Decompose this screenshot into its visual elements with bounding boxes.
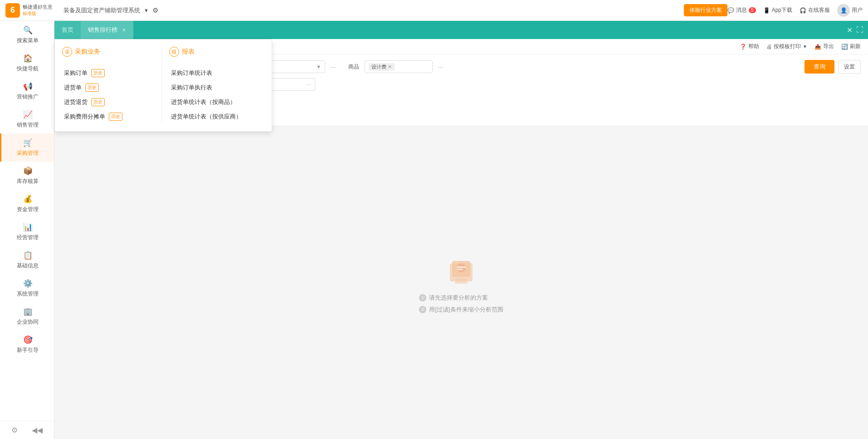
online-service-label: 在线客服 bbox=[808, 6, 830, 14]
search-icon: 🔍 bbox=[23, 25, 33, 35]
goods-label: 商品 bbox=[348, 63, 359, 71]
svg-marker-5 bbox=[454, 278, 468, 284]
logo-icon: 6 bbox=[5, 3, 20, 18]
sidebar-item-guide[interactable]: 🎯 新手引导 bbox=[0, 330, 54, 359]
tab-bar: 首页 销售排行榜 ✕ ✕ ⛶ bbox=[54, 21, 868, 39]
sidebar-item-system[interactable]: ⚙️ 系统管理 bbox=[0, 274, 54, 302]
headset-icon: 🎧 bbox=[800, 7, 806, 14]
inventory-icon: 📦 bbox=[23, 166, 33, 176]
purchase-section-title: 采 采购业务 bbox=[62, 47, 158, 60]
help-button[interactable]: ❓ 帮助 bbox=[740, 43, 759, 50]
tab-home[interactable]: 首页 bbox=[54, 21, 81, 39]
sidebar-label-basic-info: 基础信息 bbox=[17, 262, 39, 270]
goods-tag-remove-icon[interactable]: ✕ bbox=[388, 64, 392, 70]
app-download-item[interactable]: 📱 App下载 bbox=[763, 6, 792, 14]
menu-item-return[interactable]: 进货退货 历史 bbox=[62, 95, 158, 109]
sidebar-label-enterprise: 企业协同 bbox=[17, 318, 39, 326]
history-badge-4: 历史 bbox=[109, 113, 122, 121]
action-buttons: 查询 设置 bbox=[805, 60, 861, 74]
avatar: 👤 bbox=[837, 4, 850, 17]
sidebar-label-search: 搜索菜单 bbox=[17, 37, 39, 44]
sidebar-item-finance[interactable]: 💰 资金管理 bbox=[0, 190, 54, 218]
help-icon: ❓ bbox=[740, 44, 746, 50]
tab-close-window-icon[interactable]: ✕ bbox=[847, 26, 853, 35]
tab-close-icon[interactable]: ✕ bbox=[122, 27, 126, 33]
menu-item-order-exec[interactable]: 采购订单执行表 bbox=[169, 80, 265, 95]
tab-sales-rank-label: 销售排行榜 bbox=[88, 26, 117, 34]
menu-item-incoming-stats-goods[interactable]: 进货单统计表（按商品） bbox=[169, 95, 265, 109]
export-button[interactable]: 📤 导出 bbox=[814, 43, 834, 50]
return-label: 进货退货 bbox=[64, 98, 88, 106]
tab-maximize-icon[interactable]: ⛶ bbox=[856, 26, 863, 34]
sidebar-label-sales: 销售管理 bbox=[17, 121, 39, 129]
goods-tag[interactable]: 设计费 ✕ bbox=[369, 63, 395, 71]
export-label: 导出 bbox=[823, 43, 834, 50]
system-icon: ⚙️ bbox=[23, 279, 33, 288]
sidebar-item-sales[interactable]: 📈 销售管理 bbox=[0, 105, 54, 133]
refresh-button[interactable]: 🔄 刷新 bbox=[841, 43, 861, 50]
sales-icon: 📈 bbox=[23, 110, 33, 119]
finance-icon: 💰 bbox=[23, 194, 33, 204]
print-chevron-icon: ▼ bbox=[803, 44, 807, 49]
sidebar-bottom: ⚙ ◀◀ bbox=[0, 421, 54, 439]
dropdown-menu: 采 采购业务 采购订单 历史 进货单 历史 进货退货 历史 采购费用分摊单 历史… bbox=[54, 39, 272, 132]
purchase-icon: 🛒 bbox=[23, 138, 33, 148]
report-section-title: 报 报表 bbox=[169, 47, 265, 60]
enterprise-icon: 🏢 bbox=[23, 307, 33, 316]
message-badge: 5 bbox=[749, 7, 756, 13]
user-label: 用户 bbox=[852, 6, 863, 14]
sidebar-item-quick-nav[interactable]: 🏠 快捷导航 bbox=[0, 49, 54, 77]
sidebar-label-system: 系统管理 bbox=[17, 290, 39, 298]
system-title-area: 装备及固定资产辅助管理系统 ▼ ⚙ bbox=[63, 6, 680, 15]
menu-item-order-stats[interactable]: 采购订单统计表 bbox=[169, 66, 265, 80]
menu-item-expense[interactable]: 采购费用分摊单 历史 bbox=[62, 109, 158, 124]
sidebar-item-purchase[interactable]: 🛒 采购管理 bbox=[0, 133, 54, 162]
online-service-item[interactable]: 🎧 在线客服 bbox=[800, 6, 830, 14]
incoming-stats-goods-label: 进货单统计表（按商品） bbox=[171, 98, 236, 106]
sidebar-item-inventory[interactable]: 📦 库存核算 bbox=[0, 162, 54, 190]
industry-button[interactable]: 体验行业方案 bbox=[684, 4, 727, 16]
user-item[interactable]: 👤 用户 bbox=[837, 4, 863, 17]
settings-button[interactable]: 设置 bbox=[838, 60, 861, 74]
sidebar-item-operations[interactable]: 📊 经营管理 bbox=[0, 218, 54, 246]
sidebar-item-marketing[interactable]: 📢 营销推广 bbox=[0, 77, 54, 105]
doc-status-ellipsis[interactable]: ··· bbox=[331, 64, 336, 70]
sidebar-label-quick-nav: 快捷导航 bbox=[17, 65, 39, 73]
chevron-down-icon[interactable]: ▼ bbox=[144, 8, 149, 13]
svg-rect-4 bbox=[457, 269, 463, 270]
app-download-label: App下载 bbox=[772, 6, 792, 14]
goods-input[interactable]: 设计费 ✕ bbox=[365, 60, 433, 73]
purchase-section-label: 采购业务 bbox=[75, 48, 100, 56]
report-section-icon: 报 bbox=[169, 47, 179, 57]
refresh-icon: 🔄 bbox=[841, 44, 848, 50]
message-label: 消息 bbox=[736, 6, 747, 14]
message-item[interactable]: 💬 消息 5 bbox=[727, 6, 756, 14]
sidebar-item-search[interactable]: 🔍 搜索菜单 bbox=[0, 21, 54, 49]
settings-bottom-icon[interactable]: ⚙ bbox=[11, 426, 18, 434]
svg-rect-3 bbox=[457, 266, 466, 268]
print-button[interactable]: 🖨 按模板打印 ▼ bbox=[766, 43, 807, 50]
query-button[interactable]: 查询 bbox=[805, 60, 834, 74]
phone-icon: 📱 bbox=[763, 7, 770, 14]
menu-item-incoming-stats-supplier[interactable]: 进货单统计表（按供应商） bbox=[169, 109, 265, 124]
gear-icon[interactable]: ⚙ bbox=[152, 6, 158, 15]
goods-tag-text: 设计费 bbox=[371, 64, 386, 70]
salesperson-ellipsis: ··· bbox=[307, 82, 311, 87]
doc-status-chevron: ▼ bbox=[316, 64, 321, 69]
collapse-sidebar-icon[interactable]: ◀◀ bbox=[32, 426, 43, 434]
history-badge-1: 历史 bbox=[91, 69, 105, 77]
report-section-label: 报表 bbox=[182, 48, 195, 56]
marketing-icon: 📢 bbox=[23, 82, 33, 91]
order-stats-label: 采购订单统计表 bbox=[171, 69, 212, 77]
empty-illustration bbox=[443, 252, 479, 288]
expense-label: 采购费用分摊单 bbox=[64, 113, 105, 121]
incoming-label: 进货单 bbox=[64, 84, 82, 92]
menu-item-purchase-order[interactable]: 采购订单 历史 bbox=[62, 66, 158, 80]
tab-sales-rank[interactable]: 销售排行榜 ✕ bbox=[81, 21, 133, 39]
sidebar-item-basic-info[interactable]: 📋 基础信息 bbox=[0, 246, 54, 274]
goods-ellipsis[interactable]: ··· bbox=[438, 64, 443, 70]
menu-item-incoming[interactable]: 进货单 历史 bbox=[62, 80, 158, 95]
sidebar-label-guide: 新手引导 bbox=[17, 346, 39, 354]
tab-home-label: 首页 bbox=[62, 26, 73, 34]
sidebar-item-enterprise[interactable]: 🏢 企业协同 bbox=[0, 302, 54, 330]
